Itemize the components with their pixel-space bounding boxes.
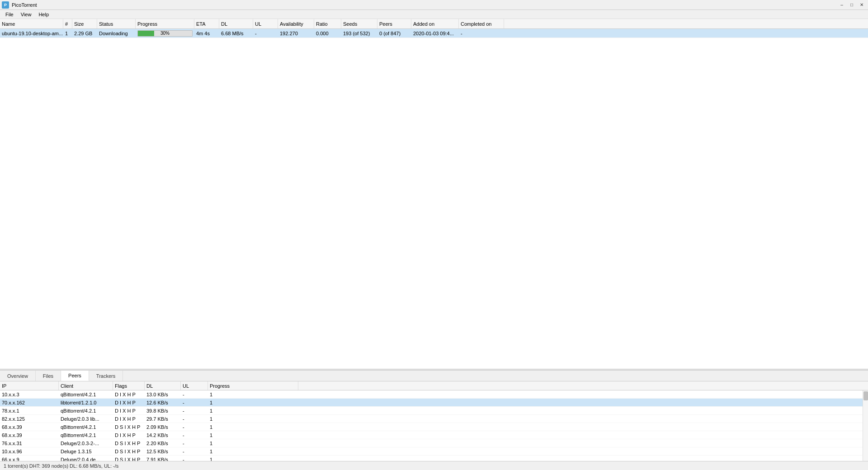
detail-tab-bar: Overview Files Peers Trackers xyxy=(0,371,868,381)
peers-col-ip[interactable]: IP xyxy=(0,381,59,390)
peers-cell: 14.2 KB/s xyxy=(145,431,181,439)
peers-cell: qBittorrent/4.2.1 xyxy=(59,407,113,414)
detail-panel: Overview Files Peers Trackers IP Client … xyxy=(0,371,868,461)
col-header-ul[interactable]: UL xyxy=(253,19,278,28)
close-button[interactable]: ✕ xyxy=(857,1,866,9)
torrent-progress-cell: 30% xyxy=(136,29,194,38)
menu-view[interactable]: View xyxy=(17,11,35,18)
torrent-eta: 4m 4s xyxy=(194,29,219,38)
col-header-hash[interactable]: # xyxy=(63,19,72,28)
peers-cell: 66.x.x.9 xyxy=(0,456,59,461)
peers-cell: 10.x.x.96 xyxy=(0,447,59,455)
col-header-completed[interactable]: Completed on xyxy=(459,19,504,28)
peers-cell: - xyxy=(181,390,208,398)
peers-col-dl[interactable]: DL xyxy=(145,381,181,390)
torrent-table-container: Name # Size Status Progress ETA DL UL Av… xyxy=(0,19,868,369)
peers-col-flags[interactable]: Flags xyxy=(113,381,145,390)
peers-table-wrapper: 10.x.x.3qBittorrent/4.2.1D I X H P13.0 K… xyxy=(0,390,868,461)
tab-peers[interactable]: Peers xyxy=(61,371,89,381)
peers-table-container: IP Client Flags DL UL Progress 10.x.x.3q… xyxy=(0,381,868,461)
peers-cell: D S I X H P xyxy=(113,423,145,431)
peers-cell: D I X H P xyxy=(113,431,145,439)
col-header-size[interactable]: Size xyxy=(72,19,97,28)
peers-cell: D S I X H P xyxy=(113,456,145,461)
peers-cell: - xyxy=(181,399,208,406)
peers-cell: qBittorrent/4.2.1 xyxy=(59,431,113,439)
peers-cell: 68.x.x.39 xyxy=(0,423,59,431)
col-header-peers[interactable]: Peers xyxy=(377,19,411,28)
torrent-ul: - xyxy=(253,29,278,38)
col-header-status[interactable]: Status xyxy=(97,19,136,28)
peers-cell: - xyxy=(181,423,208,431)
peers-cell: 1 xyxy=(208,415,298,423)
tab-files[interactable]: Files xyxy=(36,371,61,381)
scrollbar-thumb[interactable] xyxy=(863,391,868,400)
torrent-name: ubuntu-19.10-desktop-am... xyxy=(0,29,63,38)
peers-list-item[interactable]: 82.x.x.125Deluge/2.0.3 lib...D I X H P29… xyxy=(0,415,863,423)
peers-cell: 68.x.x.39 xyxy=(0,431,59,439)
peers-cell: 1 xyxy=(208,407,298,414)
progress-bar-container: 30% xyxy=(137,30,193,37)
menu-help[interactable]: Help xyxy=(35,11,52,18)
peers-cell: D I X H P xyxy=(113,399,145,406)
tab-trackers[interactable]: Trackers xyxy=(89,371,123,381)
status-bar: 1 torrent(s) DHT: 369 node(s) DL: 6.68 M… xyxy=(0,461,868,470)
col-header-ratio[interactable]: Ratio xyxy=(314,19,341,28)
peers-cell: - xyxy=(181,407,208,414)
peers-list-item[interactable]: 76.x.x.31Deluge/2.0.3-2-...D S I X H P2.… xyxy=(0,439,863,447)
menu-bar: File View Help xyxy=(0,10,868,19)
peers-cell: 78.x.x.1 xyxy=(0,407,59,414)
col-header-added[interactable]: Added on xyxy=(411,19,459,28)
peers-col-client[interactable]: Client xyxy=(59,381,113,390)
torrent-hash: 1 xyxy=(63,29,72,38)
torrent-peers: 0 (of 847) xyxy=(377,29,411,38)
torrent-table-header: Name # Size Status Progress ETA DL UL Av… xyxy=(0,19,868,29)
peers-list-item[interactable]: 10.x.x.3qBittorrent/4.2.1D I X H P13.0 K… xyxy=(0,390,863,399)
torrent-dl: 6.68 MB/s xyxy=(219,29,253,38)
peers-cell: D S I X H P xyxy=(113,447,145,455)
peers-list-item[interactable]: 10.x.x.96Deluge 1.3.15D S I X H P12.5 KB… xyxy=(0,447,863,456)
peers-cell: - xyxy=(181,431,208,439)
peers-cell: 12.5 KB/s xyxy=(145,447,181,455)
col-header-availability[interactable]: Availability xyxy=(278,19,314,28)
menu-file[interactable]: File xyxy=(2,11,17,18)
peers-cell: qBittorrent/4.2.1 xyxy=(59,423,113,431)
peers-cell: 29.7 KB/s xyxy=(145,415,181,423)
peers-cell: 13.0 KB/s xyxy=(145,390,181,398)
peers-list-item[interactable]: 78.x.x.1qBittorrent/4.2.1D I X H P39.8 K… xyxy=(0,407,863,415)
peers-scrollbar[interactable] xyxy=(863,390,868,461)
peers-cell: Deluge 1.3.15 xyxy=(59,447,113,455)
peers-cell: - xyxy=(181,447,208,455)
peers-list-item[interactable]: 68.x.x.39qBittorrent/4.2.1D S I X H P2.0… xyxy=(0,423,863,431)
tab-overview[interactable]: Overview xyxy=(0,371,36,381)
peers-cell: 1 xyxy=(208,390,298,398)
col-header-seeds[interactable]: Seeds xyxy=(341,19,377,28)
col-header-progress[interactable]: Progress xyxy=(136,19,194,28)
peers-cell: 2.09 KB/s xyxy=(145,423,181,431)
title-bar: P PicoTorrent – □ ✕ xyxy=(0,0,868,10)
peers-cell: 1 xyxy=(208,423,298,431)
peers-list-item[interactable]: 66.x.x.9Deluge/2.0.4 de...D S I X H P7.9… xyxy=(0,456,863,461)
peers-cell: 1 xyxy=(208,456,298,461)
peers-col-progress[interactable]: Progress xyxy=(208,381,298,390)
col-header-eta[interactable]: ETA xyxy=(194,19,219,28)
table-row[interactable]: ubuntu-19.10-desktop-am... 1 2.29 GB Dow… xyxy=(0,29,868,38)
peers-cell: 2.20 KB/s xyxy=(145,439,181,447)
minimize-button[interactable]: – xyxy=(837,1,846,9)
maximize-button[interactable]: □ xyxy=(847,1,856,9)
peers-list-item[interactable]: 68.x.x.39qBittorrent/4.2.1D I X H P14.2 … xyxy=(0,431,863,439)
peers-cell: - xyxy=(181,439,208,447)
peers-list-item[interactable]: 70.x.x.162libtorrent/1.2.1.0D I X H P12.… xyxy=(0,399,863,407)
col-header-dl[interactable]: DL xyxy=(219,19,253,28)
peers-cell: - xyxy=(181,415,208,423)
peers-cell: 82.x.x.125 xyxy=(0,415,59,423)
peers-cell: 1 xyxy=(208,431,298,439)
peers-cell: Deluge/2.0.3 lib... xyxy=(59,415,113,423)
peers-col-ul[interactable]: UL xyxy=(181,381,208,390)
col-header-name[interactable]: Name xyxy=(0,19,63,28)
peers-cell: D I X H P xyxy=(113,407,145,414)
peers-cell: D I X H P xyxy=(113,390,145,398)
peers-cell: 7.91 KB/s xyxy=(145,456,181,461)
status-text: 1 torrent(s) DHT: 369 node(s) DL: 6.68 M… xyxy=(4,463,118,469)
peers-cell: 1 xyxy=(208,399,298,406)
